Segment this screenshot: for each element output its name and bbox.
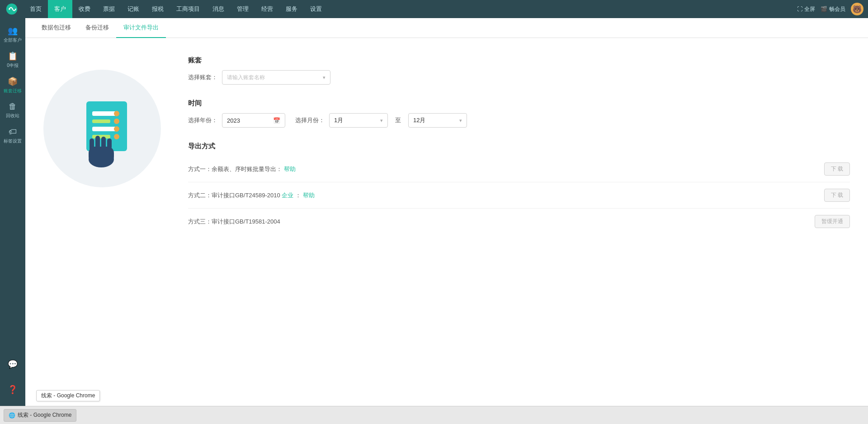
export-method-3-label: 方式三：审计接口GB/T19581-2004 [188, 218, 280, 225]
export-method-2-text: 方式二：审计接口GB/T24589-2010 企业 ： 帮助 [188, 191, 315, 200]
year-label: 选择年份： [188, 116, 217, 124]
all-customers-icon: 👥 [8, 26, 18, 36]
tab-audit-export[interactable]: 审计文件导出 [116, 18, 166, 38]
chrome-icon: 🌐 [9, 412, 15, 419]
nav-item-收费[interactable]: 收费 [72, 0, 97, 18]
time-section-title: 时间 [188, 99, 850, 108]
page-content: 账套 选择账套： 请输入账套名称 ▾ 时间 选择年份： [25, 38, 868, 406]
sidebar-item-zero-report[interactable]: 📋 0申报 [1, 48, 24, 71]
export-section: 导出方式 方式一：余额表、序时账批量导出： 帮助 下 载 方式二：审计接口GB/… [188, 142, 850, 234]
user-avatar[interactable]: 🐻 [851, 3, 863, 15]
export-method-1-label: 方式一：余额表、序时账批量导出： [188, 166, 282, 172]
account-section-title: 账套 [188, 56, 850, 65]
export-method-2-help-link[interactable]: 帮助 [303, 192, 315, 199]
tab-backup-migration-label: 备份迁移 [85, 24, 109, 32]
form-area: 账套 选择账套： 请输入账套名称 ▾ 时间 选择年份： [188, 52, 850, 234]
illustration-area [43, 70, 161, 187]
nav-item-工商项目[interactable]: 工商项目 [170, 0, 206, 18]
illustration-svg [66, 88, 138, 169]
svg-rect-4 [92, 119, 110, 123]
svg-rect-15 [101, 137, 106, 149]
account-select-dropdown[interactable]: 请输入账套名称 ▾ [222, 70, 330, 85]
nav-item-票据[interactable]: 票据 [97, 0, 121, 18]
vip-button[interactable]: 🎬 畅会员 [821, 5, 845, 13]
nav-item-首页[interactable]: 首页 [24, 0, 48, 18]
export-method-3-vip-btn[interactable]: 暂缓开通 [815, 215, 850, 228]
sidebar-label-recycle: 回收站 [6, 113, 19, 119]
sidebar-label-all-customers: 全部客户 [4, 37, 22, 43]
export-method-2-download-btn[interactable]: 下 载 [824, 189, 850, 202]
calendar-icon: 📅 [273, 117, 280, 124]
sidebar-label-tag-settings: 标签设置 [4, 138, 22, 144]
month-start-select[interactable]: 1月 ▾ [329, 113, 388, 128]
tab-backup-migration[interactable]: 备份迁移 [78, 18, 116, 38]
time-section: 时间 选择年份： 2023 📅 选择月份： 1月 ▾ 至 [188, 99, 850, 131]
month-label: 选择月份： [295, 116, 325, 124]
svg-rect-3 [92, 111, 117, 116]
account-select-label: 选择账套： [188, 73, 217, 81]
export-method-3-text: 方式三：审计接口GB/T19581-2004 [188, 218, 280, 226]
month-end-value: 12月 [413, 116, 425, 124]
taskbar-chrome-label: 线索 - Google Chrome [18, 411, 71, 419]
export-method-1-download-btn[interactable]: 下 载 [824, 162, 850, 176]
sidebar-item-recycle[interactable]: 🗑 回收站 [1, 99, 24, 122]
fullscreen-button[interactable]: ⛶ 全屏 [797, 5, 815, 13]
nav-item-设置[interactable]: 设置 [304, 0, 328, 18]
svg-point-8 [114, 119, 119, 124]
nav-item-经营[interactable]: 经营 [255, 0, 279, 18]
sidebar-item-all-customers[interactable]: 👥 全部客户 [1, 23, 24, 46]
tab-audit-export-label: 审计文件导出 [123, 24, 159, 32]
export-section-title: 导出方式 [188, 142, 850, 151]
sidebar-item-account-migration[interactable]: 📦 账套迁移 [1, 73, 24, 97]
tab-bar: 数据包迁移 备份迁移 审计文件导出 [25, 18, 868, 38]
tooltip-text: 线索 - Google Chrome [41, 392, 95, 399]
taskbar-chrome-item[interactable]: 🌐 线索 - Google Chrome [4, 409, 76, 422]
nav-item-报税[interactable]: 报税 [146, 0, 170, 18]
nav-item-客户[interactable]: 客户 [48, 0, 72, 18]
export-method-3: 方式三：审计接口GB/T19581-2004 暂缓开通 [188, 209, 850, 234]
vip-label: 畅会员 [829, 5, 845, 13]
sidebar-item-message[interactable]: 💬 [1, 353, 24, 376]
export-method-2-enterprise: 企业 [282, 192, 293, 199]
account-select-placeholder: 请输入账套名称 [227, 74, 265, 81]
tab-data-migration-label: 数据包迁移 [42, 24, 71, 32]
svg-point-9 [114, 126, 119, 132]
zero-report-icon: 📋 [8, 51, 18, 61]
svg-point-10 [114, 134, 119, 139]
fullscreen-icon: ⛶ [797, 6, 802, 12]
tag-icon: 🏷 [9, 127, 17, 137]
app-logo[interactable] [5, 2, 19, 16]
svg-rect-6 [92, 135, 110, 138]
time-row: 选择年份： 2023 📅 选择月份： 1月 ▾ 至 12月 [188, 113, 850, 128]
svg-rect-14 [95, 136, 100, 149]
top-navigation: 首页客户收费票据记账报税工商项目消息管理经营服务设置 ⛶ 全屏 🎬 畅会员 🐻 [0, 0, 868, 18]
svg-rect-16 [107, 138, 112, 149]
tab-data-migration[interactable]: 数据包迁移 [34, 18, 78, 38]
month-end-chevron: ▾ [459, 118, 462, 124]
export-method-2-label: 方式二：审计接口GB/T24589-2010 [188, 192, 280, 199]
month-start-chevron: ▾ [380, 118, 383, 124]
svg-point-1 [9, 8, 10, 10]
sidebar-item-tag-settings[interactable]: 🏷 标签设置 [1, 124, 24, 148]
svg-rect-13 [90, 138, 94, 151]
recycle-icon: 🗑 [9, 102, 17, 111]
main-layout: 👥 全部客户 📋 0申报 📦 账套迁移 🗑 回收站 🏷 标签设置 💬 ❓ [0, 18, 868, 406]
fullscreen-label: 全屏 [804, 5, 815, 13]
nav-item-消息[interactable]: 消息 [206, 0, 231, 18]
content-area: 数据包迁移 备份迁移 审计文件导出 [25, 18, 868, 406]
nav-item-记账[interactable]: 记账 [121, 0, 146, 18]
export-method-1-text: 方式一：余额表、序时账批量导出： 帮助 [188, 165, 296, 173]
nav-item-服务[interactable]: 服务 [279, 0, 304, 18]
sidebar-item-help[interactable]: ❓ [1, 378, 24, 401]
export-method-1-help-link[interactable]: 帮助 [284, 166, 296, 172]
nav-items: 首页客户收费票据记账报税工商项目消息管理经营服务设置 [24, 0, 797, 18]
month-end-select[interactable]: 12月 ▾ [408, 113, 467, 128]
year-select[interactable]: 2023 📅 [222, 113, 285, 128]
sidebar-label-account-migration: 账套迁移 [4, 88, 22, 94]
nav-item-管理[interactable]: 管理 [231, 0, 255, 18]
nav-right: ⛶ 全屏 🎬 畅会员 🐻 [797, 3, 863, 15]
vip-icon: 🎬 [821, 6, 827, 12]
sidebar-bottom: 💬 ❓ [1, 353, 24, 406]
account-section: 账套 选择账套： 请输入账套名称 ▾ [188, 56, 850, 88]
year-value: 2023 [227, 117, 240, 124]
